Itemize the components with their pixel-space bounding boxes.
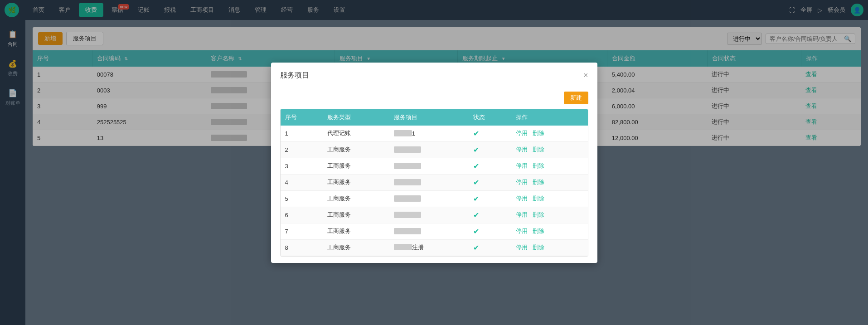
modal-cell-status: ✔ xyxy=(469,126,511,142)
modal-title: 服务项目 xyxy=(280,71,309,80)
modal-cell-ops: 停用 删除 xyxy=(511,174,588,190)
delete-link[interactable]: 删除 xyxy=(533,244,544,251)
modal-cell-ops: 停用 删除 xyxy=(511,190,588,207)
modal-service-table: 序号 服务类型 服务项目 状态 操作 1 代理记账 1 ✔ 停用 删除 2 工商… xyxy=(281,109,588,256)
modal-table-row: 4 工商服务 ✔ 停用 删除 xyxy=(281,174,588,190)
modal-cell-seq: 5 xyxy=(281,190,323,207)
modal-cell-type: 代理记账 xyxy=(323,126,389,142)
modal-cell-type: 工商服务 xyxy=(323,141,389,158)
delete-link[interactable]: 删除 xyxy=(533,195,544,202)
modal-cell-seq: 6 xyxy=(281,207,323,223)
modal-cell-item xyxy=(389,190,469,207)
modal-cell-seq: 1 xyxy=(281,126,323,142)
disable-link[interactable]: 停用 xyxy=(516,179,528,185)
modal-table-row: 1 代理记账 1 ✔ 停用 删除 xyxy=(281,126,588,142)
modal-cell-item xyxy=(389,207,469,223)
disable-link[interactable]: 停用 xyxy=(516,195,528,202)
modal-cell-status: ✔ xyxy=(469,190,511,207)
modal-cell-status: ✔ xyxy=(469,223,511,239)
modal-cell-item: 注册 xyxy=(389,239,469,256)
modal-table-row: 2 工商服务 ✔ 停用 删除 xyxy=(281,141,588,158)
modal-cell-item xyxy=(389,141,469,158)
modal-cell-ops: 停用 删除 xyxy=(511,141,588,158)
modal-cell-item: 1 xyxy=(389,126,469,142)
modal-col-status: 状态 xyxy=(469,109,511,126)
modal-cell-item xyxy=(389,223,469,239)
modal-cell-seq: 2 xyxy=(281,141,323,158)
modal-table-row: 6 工商服务 ✔ 停用 删除 xyxy=(281,207,588,223)
disable-link[interactable]: 停用 xyxy=(516,162,528,169)
delete-link[interactable]: 删除 xyxy=(533,130,544,136)
modal-body: 新建 序号 服务类型 服务项目 状态 操作 1 代理记账 1 xyxy=(271,85,597,263)
modal-cell-seq: 7 xyxy=(281,223,323,239)
modal-cell-seq: 3 xyxy=(281,158,323,174)
modal-close-button[interactable]: × xyxy=(583,71,588,79)
modal-cell-type: 工商服务 xyxy=(323,158,389,174)
modal-cell-type: 工商服务 xyxy=(323,223,389,239)
modal-cell-ops: 停用 删除 xyxy=(511,239,588,256)
modal-col-seq: 序号 xyxy=(281,109,323,126)
modal-table-row: 8 工商服务 注册 ✔ 停用 删除 xyxy=(281,239,588,256)
modal-col-type: 服务类型 xyxy=(323,109,389,126)
modal-col-item: 服务项目 xyxy=(389,109,469,126)
modal-table-wrap: 序号 服务类型 服务项目 状态 操作 1 代理记账 1 ✔ 停用 删除 2 工商… xyxy=(280,109,588,257)
disable-link[interactable]: 停用 xyxy=(516,130,528,136)
modal-cell-status: ✔ xyxy=(469,207,511,223)
modal-col-ops: 操作 xyxy=(511,109,588,126)
modal-cell-status: ✔ xyxy=(469,141,511,158)
modal-table-row: 3 工商服务 ✔ 停用 删除 xyxy=(281,158,588,174)
modal-cell-type: 工商服务 xyxy=(323,190,389,207)
delete-link[interactable]: 删除 xyxy=(533,228,544,234)
delete-link[interactable]: 删除 xyxy=(533,162,544,169)
modal-toolbar: 新建 xyxy=(280,92,588,104)
modal-cell-ops: 停用 删除 xyxy=(511,126,588,142)
modal-cell-type: 工商服务 xyxy=(323,174,389,190)
modal-cell-seq: 8 xyxy=(281,239,323,256)
modal-header: 服务项目 × xyxy=(271,63,597,85)
delete-link[interactable]: 删除 xyxy=(533,146,544,153)
modal-cell-ops: 停用 删除 xyxy=(511,207,588,223)
disable-link[interactable]: 停用 xyxy=(516,228,528,234)
modal-table-row: 5 工商服务 ✔ 停用 删除 xyxy=(281,190,588,207)
modal-cell-status: ✔ xyxy=(469,174,511,190)
modal-overlay[interactable]: 服务项目 × 新建 序号 服务类型 服务项目 状态 操作 xyxy=(0,0,868,325)
disable-link[interactable]: 停用 xyxy=(516,244,528,251)
modal-table-row: 7 工商服务 ✔ 停用 删除 xyxy=(281,223,588,239)
modal-cell-status: ✔ xyxy=(469,239,511,256)
modal-cell-seq: 4 xyxy=(281,174,323,190)
modal-cell-ops: 停用 删除 xyxy=(511,158,588,174)
modal-cell-item xyxy=(389,174,469,190)
modal-cell-status: ✔ xyxy=(469,158,511,174)
modal-cell-type: 工商服务 xyxy=(323,239,389,256)
modal-cell-type: 工商服务 xyxy=(323,207,389,223)
modal-new-button[interactable]: 新建 xyxy=(564,92,588,104)
modal-cell-ops: 停用 删除 xyxy=(511,223,588,239)
delete-link[interactable]: 删除 xyxy=(533,211,544,218)
service-item-modal: 服务项目 × 新建 序号 服务类型 服务项目 状态 操作 xyxy=(271,63,597,263)
modal-cell-item xyxy=(389,158,469,174)
disable-link[interactable]: 停用 xyxy=(516,211,528,218)
delete-link[interactable]: 删除 xyxy=(533,179,544,185)
disable-link[interactable]: 停用 xyxy=(516,146,528,153)
